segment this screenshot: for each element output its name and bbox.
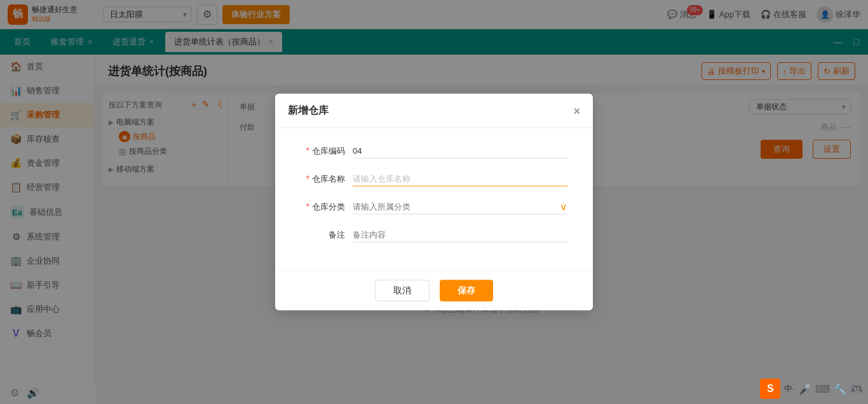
form-row-note: 备注 [301,227,567,243]
form-row-name: 仓库名称 [301,172,567,187]
s-logo-bar: S 中· 🎤 ⌨ 🔧 🎮 [760,379,863,399]
name-input[interactable] [353,172,567,187]
category-label: 仓库分类 [301,201,345,213]
modal-title: 新增仓库 [288,104,329,118]
mic-icon[interactable]: 🎤 [799,383,811,395]
category-input[interactable] [353,199,560,214]
form-row-category: 仓库分类 ∨ [301,199,567,215]
toolbar-icon[interactable]: 🔧 [834,383,846,395]
code-input[interactable] [353,144,567,159]
modal-header: 新增仓库 × [275,94,593,128]
s-logo-icon: S [760,379,780,399]
cancel-button[interactable]: 取消 [375,280,430,302]
new-warehouse-modal: 新增仓库 × 仓库编码 仓库名称 仓库分类 ∨ 备注 取消 保存 [275,94,593,311]
modal-footer: 取消 保存 [275,271,593,311]
note-input[interactable] [353,227,567,243]
modal-close-button[interactable]: × [573,105,580,116]
code-label: 仓库编码 [301,145,345,157]
category-chevron-icon[interactable]: ∨ [560,201,567,213]
modal-body: 仓库编码 仓库名称 仓库分类 ∨ 备注 [275,128,593,271]
name-label: 仓库名称 [301,173,345,185]
s-logo-text: 中· [784,383,795,394]
category-select-wrap: ∨ [353,199,567,215]
game-icon[interactable]: 🎮 [850,383,863,395]
form-row-code: 仓库编码 [301,144,567,159]
note-label: 备注 [301,229,345,241]
keyboard-icon[interactable]: ⌨ [815,383,830,395]
save-button[interactable]: 保存 [440,280,493,302]
